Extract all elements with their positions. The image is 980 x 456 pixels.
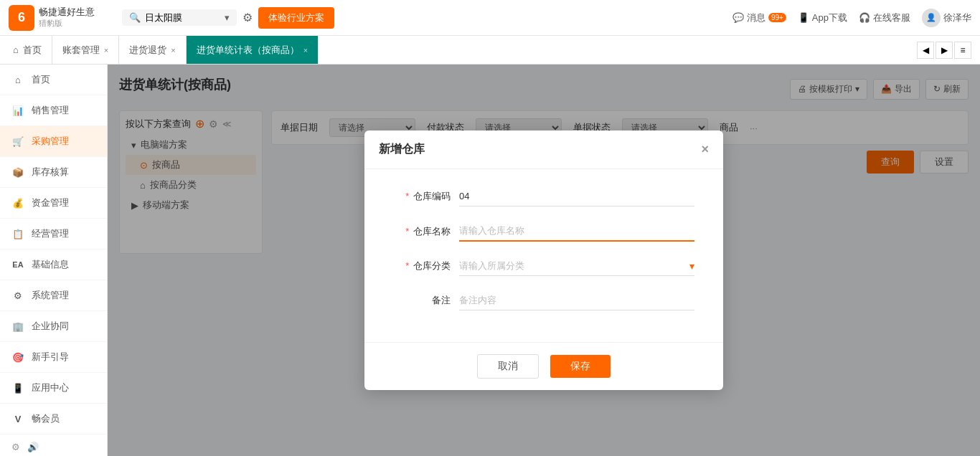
sidebar-item-sales[interactable]: 📊 销售管理	[0, 95, 107, 126]
tab-controls: ◀ ▶ ≡	[911, 42, 977, 59]
tab-home[interactable]: ⌂ 首页	[3, 36, 52, 64]
sidebar-item-operation[interactable]: 📋 经营管理	[0, 219, 107, 250]
search-input[interactable]	[145, 12, 220, 23]
code-label: * 仓库编码	[393, 190, 451, 203]
sidebar-item-home[interactable]: ⌂ 首页	[0, 65, 107, 95]
user-name: 徐泽华	[943, 11, 971, 24]
form-row-code: * 仓库编码	[393, 186, 694, 206]
tab-purchase-stats-close[interactable]: ×	[303, 46, 308, 54]
code-input[interactable]	[459, 186, 694, 206]
category-select[interactable]: 请输入所属分类	[459, 256, 689, 275]
sidebar-item-finance[interactable]: 💰 资金管理	[0, 188, 107, 219]
system-icon: ⚙	[11, 289, 24, 302]
modal-header: 新增仓库 ×	[364, 130, 723, 169]
tab-purchase-return[interactable]: 进货退货 ×	[119, 36, 186, 64]
content-area: 进货单统计(按商品) 🖨 按模板打印 ▾ 📤 导出 ↻ 刷新	[108, 65, 980, 456]
logo-title: 畅捷通好生意	[39, 6, 95, 19]
sidebar-guide-label: 新手引导	[32, 351, 69, 364]
guide-icon: 🎯	[11, 351, 24, 364]
home-sidebar-icon: ⌂	[11, 73, 24, 86]
sidebar-item-member[interactable]: V 畅会员	[0, 404, 107, 434]
operation-icon: 📋	[11, 227, 24, 240]
main-layout: ⌂ 首页 📊 销售管理 🛒 采购管理 📦 库存核算 💰 资金管理 📋 经营管理 …	[0, 65, 980, 456]
gear-icon[interactable]: ⚙	[242, 11, 253, 24]
service-label: 在线客服	[873, 11, 910, 24]
form-row-note: 备注	[393, 290, 694, 310]
message-label: 消息	[747, 11, 765, 24]
message-icon: 💬	[732, 12, 744, 23]
note-label: 备注	[393, 294, 451, 307]
tab-account-close[interactable]: ×	[104, 46, 108, 54]
sidebar-item-basic[interactable]: EA 基础信息	[0, 250, 107, 280]
sidebar-finance-label: 资金管理	[32, 196, 69, 209]
app-icon: 📱	[798, 12, 809, 23]
app-download-btn[interactable]: 📱 App下载	[798, 11, 847, 24]
sidebar-sales-label: 销售管理	[32, 104, 69, 117]
form-row-name: * 仓库名称	[393, 221, 694, 242]
tab-account-label: 账套管理	[62, 44, 100, 57]
tab-prev-btn[interactable]: ◀	[917, 42, 934, 59]
avatar: 👤	[922, 9, 941, 27]
sidebar-item-system[interactable]: ⚙ 系统管理	[0, 280, 107, 311]
tab-purchase-return-label: 进货退货	[129, 44, 166, 57]
sidebar-bottom: ⚙ 🔊	[0, 434, 107, 456]
modal-title: 新增仓库	[379, 142, 425, 157]
cancel-button[interactable]: 取消	[477, 354, 539, 379]
service-btn[interactable]: 🎧 在线客服	[859, 11, 910, 24]
save-button[interactable]: 保存	[550, 355, 611, 378]
header-right: 💬 消息 99+ 📱 App下载 🎧 在线客服 👤 徐泽华	[732, 9, 971, 27]
tab-next-btn[interactable]: ▶	[936, 42, 953, 59]
logo-area: 6 畅捷通好生意 猎豹版	[9, 5, 116, 31]
new-warehouse-modal: 新增仓库 × * 仓库编码 *	[364, 130, 723, 390]
modal-body: * 仓库编码 * 仓库名称	[364, 169, 723, 342]
sidebar-member-label: 畅会员	[32, 412, 60, 425]
modal-overlay: 新增仓库 × * 仓库编码 *	[108, 65, 980, 456]
sidebar-home-label: 首页	[32, 73, 50, 86]
experience-btn[interactable]: 体验行业方案	[258, 7, 334, 29]
tab-account[interactable]: 账套管理 ×	[52, 36, 119, 64]
sidebar-item-enterprise[interactable]: 🏢 企业协同	[0, 311, 107, 342]
sales-icon: 📊	[11, 104, 24, 117]
tab-purchase-stats[interactable]: 进货单统计表（按商品） ×	[187, 36, 319, 64]
tab-purchase-stats-label: 进货单统计表（按商品）	[197, 44, 299, 57]
note-input[interactable]	[459, 290, 694, 310]
sidebar-system-label: 系统管理	[32, 289, 69, 302]
tab-menu-btn[interactable]: ≡	[954, 42, 971, 59]
message-badge: 99+	[768, 13, 786, 22]
settings-bottom-icon[interactable]: ⚙	[11, 442, 20, 452]
tab-purchase-return-close[interactable]: ×	[171, 46, 175, 54]
app-label: App下载	[812, 11, 847, 24]
modal-footer: 取消 保存	[364, 342, 723, 390]
sidebar-item-app[interactable]: 📱 应用中心	[0, 373, 107, 404]
app-sidebar-icon: 📱	[11, 381, 24, 394]
finance-icon: 💰	[11, 196, 24, 209]
message-btn[interactable]: 💬 消息 99+	[732, 11, 786, 24]
sidebar: ⌂ 首页 📊 销售管理 🛒 采购管理 📦 库存核算 💰 资金管理 📋 经营管理 …	[0, 65, 108, 456]
user-menu[interactable]: 👤 徐泽华	[922, 9, 971, 27]
form-row-category: * 仓库分类 请输入所属分类 ▾	[393, 256, 694, 276]
sidebar-purchase-label: 采购管理	[32, 135, 69, 148]
category-dropdown-icon: ▾	[689, 260, 694, 272]
top-header: 6 畅捷通好生意 猎豹版 🔍 ▾ ⚙ 体验行业方案 💬 消息 99+ 📱 App…	[0, 0, 980, 36]
name-input[interactable]	[459, 221, 694, 242]
purchase-icon: 🛒	[11, 135, 24, 148]
logo-subtitle: 猎豹版	[39, 18, 95, 29]
sidebar-inventory-label: 库存核算	[32, 166, 69, 179]
sidebar-enterprise-label: 企业协同	[32, 320, 69, 333]
category-select-wrapper: 请输入所属分类 ▾	[459, 256, 694, 276]
sidebar-item-guide[interactable]: 🎯 新手引导	[0, 342, 107, 373]
search-icon: 🔍	[129, 12, 141, 23]
modal-close-btn[interactable]: ×	[701, 142, 709, 157]
home-icon: ⌂	[13, 44, 19, 55]
logo-icon: 6	[9, 5, 34, 31]
header-search-box[interactable]: 🔍 ▾	[122, 9, 237, 26]
sidebar-item-purchase[interactable]: 🛒 采购管理	[0, 126, 107, 157]
tab-bar: ⌂ 首页 账套管理 × 进货退货 × 进货单统计表（按商品） × ◀ ▶ ≡	[0, 36, 980, 65]
sidebar-basic-label: 基础信息	[32, 258, 69, 271]
search-dropdown-icon[interactable]: ▾	[225, 12, 230, 23]
sidebar-item-inventory[interactable]: 📦 库存核算	[0, 157, 107, 188]
headset-icon: 🎧	[859, 12, 870, 23]
volume-icon[interactable]: 🔊	[27, 442, 39, 452]
name-label: * 仓库名称	[393, 225, 451, 238]
enterprise-icon: 🏢	[11, 320, 24, 333]
